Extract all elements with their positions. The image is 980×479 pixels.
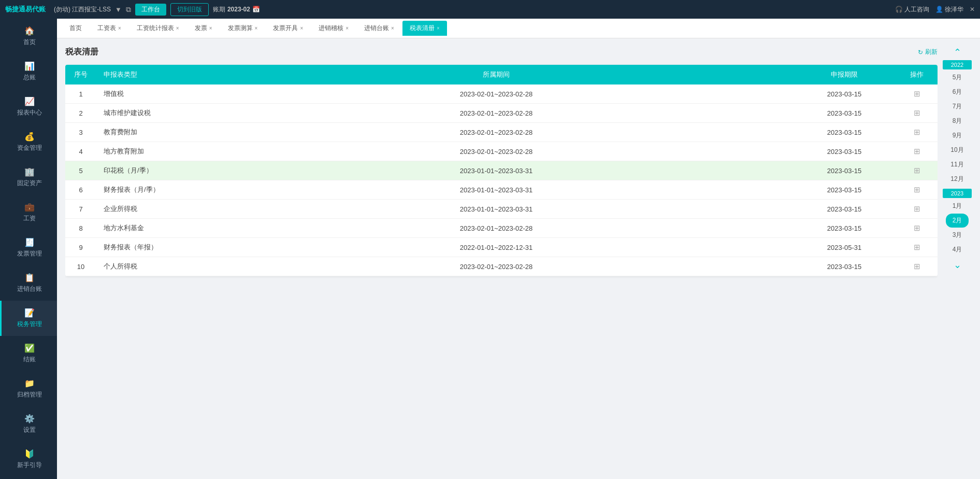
action-icon-7[interactable]: ⊞ bbox=[914, 223, 920, 232]
action-icon-4[interactable]: ⊞ bbox=[914, 166, 920, 175]
tab-payroll-stat[interactable]: 工资统计报表 × bbox=[129, 21, 186, 36]
calendar-scroll-down[interactable]: ⌄ bbox=[954, 259, 961, 271]
sidebar-label-capital: 资金管理 bbox=[17, 144, 42, 152]
sidebar-item-settings[interactable]: ⚙️ 设置 bbox=[0, 406, 57, 442]
cell-action-0[interactable]: ⊞ bbox=[896, 84, 938, 104]
close-window-icon[interactable]: ✕ bbox=[970, 6, 975, 13]
tab-payroll-close[interactable]: × bbox=[118, 25, 121, 31]
cell-action-7[interactable]: ⊞ bbox=[896, 219, 938, 238]
sidebar-item-payroll[interactable]: 💼 工资 bbox=[0, 195, 57, 230]
action-icon-3[interactable]: ⊞ bbox=[914, 147, 920, 156]
action-icon-0[interactable]: ⊞ bbox=[914, 89, 920, 98]
sidebar-item-vip[interactable]: 💎 畅会员 bbox=[0, 477, 57, 479]
copy-icon[interactable]: ⧉ bbox=[126, 5, 131, 14]
purchase-icon: 📋 bbox=[24, 273, 35, 283]
customer-service[interactable]: 🎧 人工咨询 bbox=[895, 5, 929, 14]
action-icon-8[interactable]: ⊞ bbox=[914, 243, 920, 251]
tab-tax-clearance-close[interactable]: × bbox=[437, 25, 440, 31]
cell-action-6[interactable]: ⊞ bbox=[896, 200, 938, 219]
cell-action-9[interactable]: ⊞ bbox=[896, 257, 938, 276]
cell-action-2[interactable]: ⊞ bbox=[896, 123, 938, 142]
tab-invoice-calc[interactable]: 发票测算 × bbox=[221, 21, 265, 36]
cell-type-7: 地方水利基金 bbox=[96, 219, 200, 238]
month-2022-12[interactable]: 12月 bbox=[946, 172, 969, 186]
refresh-button[interactable]: ↻ 刷新 bbox=[918, 48, 938, 57]
tab-invoice-calc-close[interactable]: × bbox=[255, 25, 258, 31]
month-2022-10[interactable]: 10月 bbox=[946, 143, 969, 157]
sidebar-item-tax[interactable]: 📝 税务管理 bbox=[0, 301, 57, 336]
tab-invoice-open-close[interactable]: × bbox=[300, 25, 303, 31]
action-icon-9[interactable]: ⊞ bbox=[914, 262, 920, 271]
cell-action-1[interactable]: ⊞ bbox=[896, 104, 938, 123]
tab-payroll[interactable]: 工资表 × bbox=[90, 21, 128, 36]
sidebar-item-asset[interactable]: 🏢 固定资产 bbox=[0, 160, 57, 195]
cell-type-9: 个人所得税 bbox=[96, 257, 200, 276]
table-row: 8地方水利基金2023-02-01~2023-02-282023-03-15⊞ bbox=[65, 219, 938, 238]
table-row: 2城市维护建设税2023-02-01~2023-02-282023-03-15⊞ bbox=[65, 104, 938, 123]
sidebar-label-settings: 设置 bbox=[23, 426, 36, 434]
tab-purchase-check[interactable]: 进销稽核 × bbox=[311, 21, 356, 36]
tab-home[interactable]: 首页 bbox=[62, 21, 89, 36]
workspace-button[interactable]: 工作台 bbox=[135, 4, 166, 16]
month-2022-7[interactable]: 7月 bbox=[946, 100, 969, 114]
month-2022-6[interactable]: 6月 bbox=[946, 85, 969, 99]
tab-purchase-check-close[interactable]: × bbox=[345, 25, 349, 31]
tab-invoice-open[interactable]: 发票开具 × bbox=[266, 21, 310, 36]
calendar-scroll-up[interactable]: ⌃ bbox=[954, 47, 961, 58]
sidebar-item-invoice-mgr[interactable]: 🧾 发票管理 bbox=[0, 230, 57, 265]
sidebar-item-capital[interactable]: 💰 资金管理 bbox=[0, 124, 57, 160]
cell-deadline-4: 2023-03-15 bbox=[792, 161, 896, 180]
user-info[interactable]: 👤 徐泽华 bbox=[935, 5, 963, 14]
sidebar-item-home[interactable]: 🏠 首页 bbox=[0, 19, 57, 54]
tab-purchase-ledger[interactable]: 进销台账 × bbox=[357, 21, 401, 36]
action-icon-5[interactable]: ⊞ bbox=[914, 185, 920, 194]
tab-bar: 首页 工资表 × 工资统计报表 × 发票 × 发票测算 × 发票开具 × bbox=[57, 19, 980, 38]
tab-payroll-stat-close[interactable]: × bbox=[176, 25, 179, 31]
tax-table: 序号 申报表类型 所属期间 申报期限 操作 1增值税2023-02-01~202… bbox=[65, 65, 938, 276]
action-icon-1[interactable]: ⊞ bbox=[914, 108, 920, 117]
month-2023-2[interactable]: 2月 bbox=[946, 214, 969, 228]
month-2023-3[interactable]: 3月 bbox=[946, 228, 969, 242]
settings-icon: ⚙️ bbox=[24, 414, 35, 424]
tab-invoice-close[interactable]: × bbox=[209, 25, 212, 31]
avatar-icon: 👤 bbox=[935, 6, 943, 13]
month-2023-1[interactable]: 1月 bbox=[946, 199, 969, 213]
sidebar-item-report[interactable]: 📈 报表中心 bbox=[0, 89, 57, 124]
cell-seq-3: 4 bbox=[65, 142, 96, 161]
cell-period-0: 2023-02-01~2023-02-28 bbox=[200, 84, 792, 104]
tab-payroll-label: 工资表 bbox=[97, 24, 116, 33]
month-2022-5[interactable]: 5月 bbox=[946, 71, 969, 84]
invoice-icon: 🧾 bbox=[24, 237, 35, 247]
month-2023-4[interactable]: 4月 bbox=[946, 243, 969, 257]
cell-seq-0: 1 bbox=[65, 84, 96, 104]
calendar-icon[interactable]: 📅 bbox=[252, 6, 260, 13]
switch-old-button[interactable]: 切到旧版 bbox=[170, 3, 209, 16]
cell-deadline-2: 2023-03-15 bbox=[792, 123, 896, 142]
sidebar-label-purchase: 进销台账 bbox=[17, 285, 42, 293]
cell-type-4: 印花税（月/季） bbox=[96, 161, 200, 180]
action-icon-2[interactable]: ⊞ bbox=[914, 128, 920, 136]
sidebar-item-checkout[interactable]: ✅ 结账 bbox=[0, 336, 57, 371]
table-header-row: 序号 申报表类型 所属期间 申报期限 操作 bbox=[65, 65, 938, 84]
dropdown-arrow-icon[interactable]: ▼ bbox=[115, 6, 122, 13]
tab-purchase-ledger-close[interactable]: × bbox=[391, 25, 394, 31]
cell-action-5[interactable]: ⊞ bbox=[896, 180, 938, 200]
month-2022-9[interactable]: 9月 bbox=[946, 129, 969, 143]
sidebar-item-ledger[interactable]: 📊 总账 bbox=[0, 54, 57, 89]
action-icon-6[interactable]: ⊞ bbox=[914, 204, 920, 213]
page-content: 税表清册 ↻ 刷新 序号 申报表类型 所属期间 申报期限 操作 bbox=[57, 38, 980, 479]
cell-action-4[interactable]: ⊞ bbox=[896, 161, 938, 180]
page-title: 税表清册 bbox=[65, 47, 98, 58]
col-header-action: 操作 bbox=[896, 65, 938, 84]
sidebar-item-purchase[interactable]: 📋 进销台账 bbox=[0, 265, 57, 301]
tab-invoice-label: 发票 bbox=[195, 24, 207, 33]
tab-invoice[interactable]: 发票 × bbox=[188, 21, 220, 36]
sidebar-item-guide[interactable]: 🔰 新手引导 bbox=[0, 442, 57, 477]
sidebar-item-archive[interactable]: 📁 归档管理 bbox=[0, 371, 57, 406]
cell-action-3[interactable]: ⊞ bbox=[896, 142, 938, 161]
month-2022-11[interactable]: 11月 bbox=[946, 158, 969, 172]
month-2022-8[interactable]: 8月 bbox=[946, 114, 969, 128]
cell-deadline-8: 2023-05-31 bbox=[792, 238, 896, 257]
cell-action-8[interactable]: ⊞ bbox=[896, 238, 938, 257]
tab-tax-clearance[interactable]: 税表清册 × bbox=[402, 21, 447, 36]
